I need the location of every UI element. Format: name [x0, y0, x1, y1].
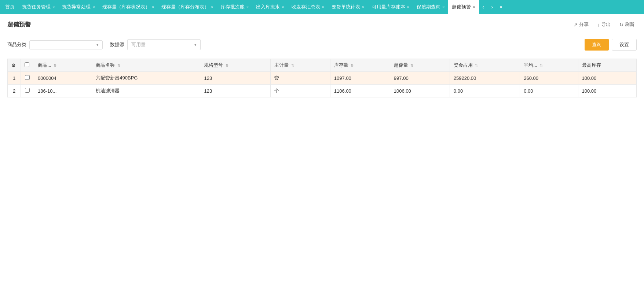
- th-capital[interactable]: 资金占用 ⇅: [450, 59, 520, 72]
- close-task-mgmt[interactable]: ×: [52, 5, 55, 9]
- row-2-stock: 1106.00: [330, 85, 390, 97]
- th-max-stock[interactable]: 最高库存: [578, 59, 637, 72]
- close-inventory-status[interactable]: ×: [152, 5, 154, 9]
- table-row: 2 186-10... 机油滤清器 123 个 1106.00 1006.00 …: [8, 85, 637, 97]
- close-available-acct[interactable]: ×: [407, 5, 409, 9]
- row-2-max-stock: 100.00: [578, 85, 637, 97]
- row-2-product-name: 机油滤清器: [92, 85, 200, 97]
- query-button[interactable]: 查询: [585, 39, 609, 51]
- sort-unit-icon: ⇅: [291, 63, 294, 67]
- sort-capital-icon: ⇅: [475, 63, 478, 67]
- th-avg[interactable]: 平均... ⇅: [520, 59, 578, 72]
- close-batch[interactable]: ×: [246, 5, 249, 9]
- header-actions: ↗ 分享 ↓ 导出 ↻ 刷新: [571, 20, 637, 29]
- page-header: 超储预警 ↗ 分享 ↓ 导出 ↻ 刷新: [7, 20, 637, 29]
- sort-product-code-icon: ⇅: [54, 63, 56, 67]
- close-recv-send[interactable]: ×: [322, 5, 324, 9]
- nav-recv-send[interactable]: 收发存汇总表 ×: [288, 0, 328, 14]
- row-2-num: 2: [8, 85, 21, 97]
- refresh-icon: ↻: [619, 22, 623, 27]
- row-1-avg: 260.00: [520, 72, 578, 85]
- share-icon: ↗: [574, 22, 578, 27]
- nav-order-stats[interactable]: 要货单统计表 ×: [328, 0, 368, 14]
- row-2-capital: 0.00: [450, 85, 520, 97]
- sort-product-name-icon: ⇅: [117, 63, 120, 67]
- row-2-avg: 0.00: [520, 85, 578, 97]
- datasource-chevron-icon: ▾: [194, 42, 197, 47]
- datasource-filter: 数据源 可用量 ▾: [110, 39, 201, 50]
- share-button[interactable]: ↗ 分享: [571, 20, 591, 29]
- nav-batch[interactable]: 库存批次账 ×: [217, 0, 252, 14]
- close-inout-flow[interactable]: ×: [282, 5, 284, 9]
- th-stock[interactable]: 库存量 ⇅: [330, 59, 390, 72]
- nav-inout-flow[interactable]: 出入库流水 ×: [252, 0, 288, 14]
- page-title: 超储预警: [7, 21, 31, 29]
- close-abnormal[interactable]: ×: [92, 5, 95, 9]
- data-table: ⚙ 商品... ⇅ 商品名称 ⇅ 规格型号 ⇅ 主计量: [7, 59, 637, 97]
- row-1-stock: 1097.00: [330, 72, 390, 85]
- select-all-checkbox[interactable]: [25, 62, 29, 67]
- gear-settings-icon: ⚙: [11, 63, 16, 68]
- row-1-spec: 123: [200, 72, 270, 85]
- nav-next-arrow[interactable]: ›: [488, 0, 497, 14]
- close-quality-check[interactable]: ×: [442, 5, 444, 9]
- sort-spec-icon: ⇅: [226, 63, 228, 67]
- row-2-unit: 个: [270, 85, 330, 97]
- export-icon: ↓: [597, 22, 600, 27]
- chevron-down-icon: ▾: [96, 42, 99, 47]
- table-row: 1 0000004 六配套新昌490BPG 123 套 1097.00 997.…: [8, 72, 637, 85]
- datasource-select-value: 可用量: [131, 41, 146, 48]
- nav-available-acct[interactable]: 可用量库存账本 ×: [368, 0, 413, 14]
- row-1-num: 1: [8, 72, 21, 85]
- category-select[interactable]: ▾: [29, 40, 103, 49]
- sort-avg-icon: ⇅: [540, 63, 543, 67]
- category-label: 商品分类: [7, 41, 26, 48]
- row-2-checkbox-cell[interactable]: [21, 85, 34, 97]
- row-2-spec: 123: [200, 85, 270, 97]
- th-checkbox[interactable]: [21, 59, 34, 72]
- datasource-select[interactable]: 可用量 ▾: [127, 39, 201, 50]
- row-1-overstock: 997.00: [390, 72, 450, 85]
- close-order-stats[interactable]: ×: [362, 5, 364, 9]
- nav-overstock-alert[interactable]: 超储预警 ×: [448, 0, 479, 14]
- th-spec[interactable]: 规格型号 ⇅: [200, 59, 270, 72]
- filter-actions: 查询 设置: [585, 39, 637, 51]
- th-product-name[interactable]: 商品名称 ⇅: [92, 59, 200, 72]
- nav-inventory-status[interactable]: 现存量（库存状况表） ×: [99, 0, 158, 14]
- datasource-label: 数据源: [110, 41, 124, 48]
- row-1-max-stock: 100.00: [578, 72, 637, 85]
- sort-overstock-icon: ⇅: [410, 63, 413, 67]
- row-1-capital: 259220.00: [450, 72, 520, 85]
- refresh-button[interactable]: ↻ 刷新: [617, 20, 637, 29]
- row-1-unit: 套: [270, 72, 330, 85]
- close-overstock-alert[interactable]: ×: [473, 5, 475, 9]
- filter-row: 商品分类 ▾ 数据源 可用量 ▾ 查询 设置: [7, 35, 637, 54]
- settings-button[interactable]: 设置: [612, 39, 637, 51]
- row-1-checkbox-cell[interactable]: [21, 72, 34, 85]
- table-header-row: ⚙ 商品... ⇅ 商品名称 ⇅ 规格型号 ⇅ 主计量: [8, 59, 637, 72]
- top-nav: 首页 拣货任务管理 × 拣货异常处理 × 现存量（库存状况表） × 现存量（库存…: [0, 0, 644, 14]
- nav-quality-check[interactable]: 保质期查询 ×: [413, 0, 448, 14]
- th-product-code[interactable]: 商品... ⇅: [34, 59, 92, 72]
- page-container: 超储预警 ↗ 分享 ↓ 导出 ↻ 刷新 商品分类 ▾ 数据源: [0, 14, 644, 293]
- close-inventory-dist[interactable]: ×: [211, 5, 213, 9]
- row-1-product-code: 0000004: [34, 72, 92, 85]
- nav-inventory-dist[interactable]: 现存量（库存分布表） ×: [158, 0, 217, 14]
- row-1-product-name: 六配套新昌490BPG: [92, 72, 200, 85]
- nav-task-mgmt[interactable]: 拣货任务管理 ×: [18, 0, 58, 14]
- nav-abnormal[interactable]: 拣货异常处理 ×: [58, 0, 98, 14]
- sort-stock-icon: ⇅: [351, 63, 354, 67]
- th-overstock[interactable]: 超储量 ⇅: [390, 59, 450, 72]
- nav-more-arrow[interactable]: ×: [497, 0, 505, 14]
- export-button[interactable]: ↓ 导出: [595, 20, 613, 29]
- row-1-checkbox[interactable]: [25, 75, 30, 80]
- nav-prev-arrow[interactable]: ‹: [479, 0, 488, 14]
- th-gear[interactable]: ⚙: [8, 59, 21, 72]
- row-2-overstock: 1006.00: [390, 85, 450, 97]
- row-2-product-code: 186-10...: [34, 85, 92, 97]
- nav-home[interactable]: 首页: [1, 0, 18, 14]
- row-2-checkbox[interactable]: [25, 88, 30, 93]
- category-filter: 商品分类 ▾: [7, 40, 103, 49]
- th-unit[interactable]: 主计量 ⇅: [270, 59, 330, 72]
